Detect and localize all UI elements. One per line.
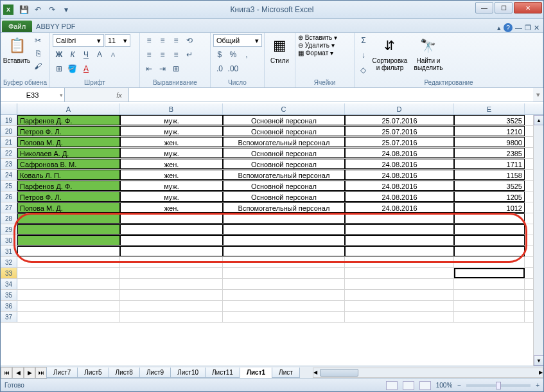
row-header[interactable]: 30 (1, 235, 17, 245)
cell[interactable]: жен. (120, 137, 223, 147)
autosum-button[interactable]: Σ (357, 34, 370, 47)
paste-button[interactable]: 📋 Вставить (3, 34, 30, 75)
cell[interactable] (345, 312, 454, 322)
workbook-restore-icon[interactable]: ❐ (525, 24, 531, 32)
align-bottom-button[interactable]: ≡ (170, 34, 182, 47)
row-header[interactable]: 37 (1, 312, 17, 322)
scroll-left-button[interactable]: ◀ (313, 370, 317, 375)
row-header[interactable]: 21 (1, 137, 17, 147)
row-header[interactable]: 25 (1, 181, 17, 191)
cell[interactable]: Вспомогательный персонал (223, 170, 345, 180)
row-header[interactable]: 31 (1, 246, 17, 256)
cell[interactable] (223, 246, 345, 256)
cell[interactable] (120, 224, 223, 235)
fill-color-button[interactable]: 🪣 (66, 62, 79, 75)
align-middle-button[interactable]: ≡ (156, 34, 169, 47)
sort-filter-button[interactable]: ⇵ Сортировка и фильтр (371, 34, 408, 75)
column-header-E[interactable]: E (454, 103, 525, 114)
cell[interactable] (17, 246, 120, 256)
cell[interactable] (223, 312, 345, 322)
row-header[interactable]: 35 (1, 290, 17, 300)
cell[interactable] (454, 224, 525, 235)
cell[interactable]: муж. (120, 115, 223, 125)
row-header[interactable]: 28 (1, 213, 17, 224)
column-header-D[interactable]: D (345, 103, 454, 114)
row-header[interactable]: 19 (1, 115, 17, 125)
fx-icon[interactable]: fx (110, 88, 129, 102)
help-icon[interactable]: ? (504, 23, 513, 32)
fill-button[interactable]: ↓ (357, 49, 370, 62)
bold-button[interactable]: Ж (53, 48, 66, 61)
cell[interactable] (454, 312, 525, 322)
cell[interactable] (345, 290, 454, 300)
formula-expand-icon[interactable]: ▾ (533, 88, 543, 102)
cell[interactable]: 24.08.2016 (345, 148, 454, 158)
qat-redo-button[interactable]: ↷ (46, 3, 58, 16)
cell[interactable] (120, 301, 223, 311)
cell[interactable]: Николаев А. Д. (17, 148, 120, 158)
cell[interactable]: 3525 (454, 181, 525, 191)
copy-button[interactable]: ⎘ (31, 47, 44, 60)
cell[interactable] (223, 213, 345, 224)
cut-button[interactable]: ✂ (31, 34, 44, 47)
cell[interactable] (120, 290, 223, 300)
ribbon-tab-abbyy pdf[interactable]: ABBYY PDF (32, 21, 80, 32)
qat-customize-button[interactable]: ▾ (60, 3, 73, 16)
cell[interactable] (454, 246, 525, 256)
row-header[interactable]: 33 (1, 268, 17, 278)
name-box[interactable]: E33▾ (1, 88, 65, 102)
cell[interactable] (17, 279, 120, 289)
normal-view-button[interactable] (386, 381, 398, 390)
sheet-tab[interactable]: Лист8 (109, 368, 140, 378)
zoom-level[interactable]: 100% (436, 382, 453, 389)
underline-button[interactable]: Ч (80, 48, 92, 61)
cell[interactable] (223, 235, 345, 245)
cell[interactable]: Основной персонал (223, 148, 345, 158)
vertical-scrollbar[interactable]: ▲ ▼ (533, 115, 543, 366)
cell[interactable]: Петров Ф. Л. (17, 126, 120, 136)
cell[interactable]: 2385 (454, 148, 525, 158)
scroll-right-button[interactable]: ▶ (539, 370, 543, 375)
font-name-dropdown[interactable]: Calibri▾ (53, 34, 104, 47)
row-header[interactable]: 24 (1, 170, 17, 180)
sheet-nav-button[interactable]: ▶ (24, 367, 35, 379)
scroll-up-button[interactable]: ▲ (534, 115, 543, 125)
row-header[interactable]: 36 (1, 301, 17, 311)
cell[interactable] (17, 312, 120, 322)
row-header[interactable]: 32 (1, 257, 17, 267)
column-header-C[interactable]: C (223, 103, 345, 114)
zoom-in-button[interactable]: + (536, 382, 540, 389)
cell[interactable] (17, 224, 120, 235)
align-top-button[interactable]: ≡ (143, 34, 155, 47)
cell[interactable] (454, 301, 525, 311)
row-header[interactable]: 22 (1, 148, 17, 158)
cell[interactable] (454, 279, 525, 289)
cell[interactable]: Основной персонал (223, 181, 345, 191)
cell[interactable] (223, 224, 345, 235)
cell[interactable]: 24.08.2016 (345, 170, 454, 180)
cell[interactable] (454, 257, 525, 267)
cell[interactable]: Попова М. Д. (17, 137, 120, 147)
sheet-nav-button[interactable]: ⏭ (35, 367, 47, 379)
zoom-slider[interactable] (466, 384, 531, 387)
select-all-corner[interactable] (1, 103, 17, 114)
format-cells-button[interactable]: ▦ Формат ▾ (298, 49, 333, 57)
zoom-out-button[interactable]: − (457, 382, 461, 389)
qat-undo-button[interactable]: ↶ (31, 3, 44, 16)
cell[interactable]: жен. (120, 159, 223, 169)
cell[interactable]: 24.08.2016 (345, 181, 454, 191)
cell[interactable] (345, 224, 454, 235)
cell[interactable]: 9800 (454, 137, 525, 147)
cell[interactable]: Основной персонал (223, 159, 345, 169)
currency-button[interactable]: $ (213, 48, 226, 61)
cell[interactable]: Вспомогательный персонал (223, 202, 345, 213)
orientation-button[interactable]: ⟲ (183, 34, 196, 47)
sheet-tab[interactable]: Лист10 (170, 368, 206, 378)
sheet-tab[interactable]: Лист9 (139, 368, 171, 378)
page-break-view-button[interactable] (419, 381, 431, 390)
cell[interactable] (454, 268, 525, 278)
cell[interactable]: 24.08.2016 (345, 192, 454, 202)
horizontal-scrollbar[interactable]: ◀ ▶ (313, 368, 543, 378)
cell[interactable]: 1158 (454, 170, 525, 180)
delete-cells-button[interactable]: ⊖ Удалить ▾ (298, 42, 335, 49)
